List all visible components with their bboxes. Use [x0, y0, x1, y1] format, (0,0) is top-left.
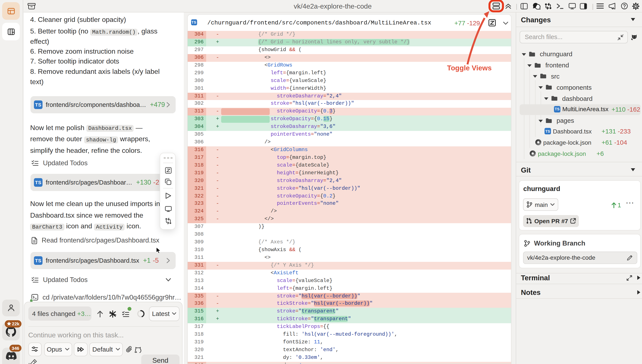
svg-text:Toggle Views: Toggle Views: [447, 64, 492, 72]
